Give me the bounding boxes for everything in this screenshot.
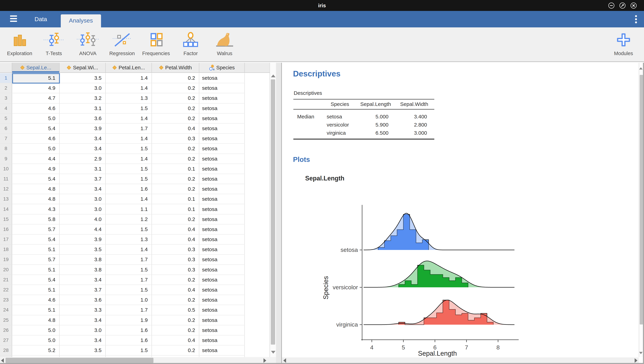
data-cell[interactable]: 5.0 [12,114,60,123]
table-row[interactable]: 285.23.51.50.2setosa [0,346,245,356]
data-cell[interactable]: 0.2 [152,315,199,325]
scroll-right-arrow[interactable] [635,358,637,363]
data-cell[interactable]: 3.4 [60,315,106,325]
data-cell[interactable]: 5.0 [12,325,60,335]
table-row[interactable]: 225.13.71.50.4setosa [0,285,245,295]
data-cell[interactable]: 4.8 [12,315,60,325]
sheet-vscroll-thumb[interactable] [271,80,275,344]
data-cell[interactable]: setosa [199,305,245,315]
row-number[interactable]: 2 [0,83,12,93]
row-number[interactable]: 22 [0,285,12,295]
data-cell[interactable]: 5.2 [12,346,60,355]
row-number[interactable]: 1 [0,73,12,83]
data-cell[interactable]: 3.0 [60,83,106,93]
table-row[interactable]: 275.03.41.60.4setosa [0,336,245,346]
table-row[interactable]: 124.83.41.60.2setosa [0,184,245,194]
data-cell[interactable]: 3.0 [60,204,106,214]
row-number[interactable]: 5 [0,114,12,123]
data-cell[interactable]: 0.2 [152,184,199,194]
data-cell[interactable]: setosa [199,244,245,254]
scroll-down-arrow[interactable] [639,352,642,354]
row-number[interactable]: 8 [0,144,12,154]
data-cell[interactable]: 0.2 [152,275,199,284]
column-header-species[interactable]: a Species [199,63,245,72]
table-row[interactable]: 254.83.41.90.2setosa [0,315,245,325]
data-cell[interactable]: 1.7 [106,255,152,264]
data-cell[interactable]: setosa [199,114,245,123]
row-number[interactable]: 28 [0,346,12,355]
data-cell[interactable]: 0.1 [152,164,199,174]
data-cell[interactable]: setosa [199,275,245,284]
data-cell[interactable]: 5.4 [12,234,60,244]
data-cell[interactable]: setosa [199,144,245,154]
row-number[interactable]: 15 [0,214,12,224]
data-cell[interactable]: 0.5 [152,305,199,315]
data-cell[interactable]: 1.0 [106,295,152,305]
ribbon-frequencies[interactable]: Frequencies [139,31,173,56]
spreadsheet-rows[interactable]: 15.13.51.40.2setosa24.93.01.40.2setosa34… [0,73,270,357]
data-cell[interactable]: setosa [199,154,245,164]
row-number[interactable]: 25 [0,315,12,325]
data-cell[interactable]: 0.2 [152,214,199,224]
column-header-petal-length[interactable]: Petal.Len... [106,63,152,72]
data-cell[interactable]: 0.2 [152,73,199,83]
data-cell[interactable]: 3.3 [60,305,106,315]
data-cell[interactable]: 3.2 [60,93,106,103]
row-number[interactable]: 14 [0,204,12,214]
data-cell[interactable]: 3.8 [60,265,106,274]
sheet-vertical-scrollbar[interactable] [270,63,276,357]
data-cell[interactable]: 1.3 [106,93,152,103]
data-cell[interactable]: setosa [199,325,245,335]
data-cell[interactable]: setosa [199,234,245,244]
table-row[interactable]: 175.43.91.30.4setosa [0,234,245,244]
data-cell[interactable]: 3.5 [60,346,106,355]
table-row[interactable]: 265.03.01.60.2setosa [0,325,245,336]
scroll-left-arrow[interactable] [1,358,4,363]
data-cell[interactable]: 4.8 [12,184,60,194]
row-number[interactable]: 11 [0,174,12,184]
data-cell[interactable]: 1.3 [106,234,152,244]
data-cell[interactable]: setosa [199,224,245,234]
data-cell[interactable]: 4.9 [12,83,60,93]
tab-analyses[interactable]: Analyses [61,14,101,28]
data-cell[interactable]: 3.6 [60,295,106,305]
ribbon-anova[interactable]: ANOVA [71,31,105,56]
data-cell[interactable]: 4.6 [12,295,60,305]
table-row[interactable]: 234.63.61.00.2setosa [0,295,245,305]
data-cell[interactable]: 0.1 [152,194,199,204]
row-number[interactable]: 13 [0,194,12,204]
data-cell[interactable]: setosa [199,184,245,194]
data-cell[interactable]: 3.4 [60,184,106,194]
results-horizontal-scrollbar[interactable] [282,358,639,364]
ribbon-walrus[interactable]: Walrus [207,31,242,56]
data-cell[interactable]: setosa [199,73,245,83]
column-header-sepal-length[interactable]: Sepal.Le... [12,63,60,72]
data-cell[interactable]: 0.4 [152,124,199,133]
column-header-petal-width[interactable]: Petal.Width [152,63,199,72]
data-cell[interactable]: 4.6 [12,104,60,113]
selected-cell-cursor[interactable] [12,73,60,84]
data-cell[interactable]: 1.5 [106,104,152,113]
data-cell[interactable]: 5.1 [12,244,60,254]
data-cell[interactable]: setosa [199,315,245,325]
data-cell[interactable]: 4.3 [12,204,60,214]
tab-data[interactable]: Data [21,11,61,28]
data-cell[interactable]: 0.2 [152,114,199,123]
data-cell[interactable]: setosa [199,265,245,274]
data-cell[interactable]: 3.7 [60,285,106,295]
data-cell[interactable]: 4.4 [60,224,106,234]
table-row[interactable]: 44.63.11.50.2setosa [0,104,245,114]
data-cell[interactable]: 3.7 [60,174,106,184]
row-number[interactable]: 19 [0,255,12,264]
data-cell[interactable]: 0.2 [152,325,199,335]
row-number[interactable]: 4 [0,104,12,113]
data-cell[interactable]: 5.1 [12,305,60,315]
data-cell[interactable]: 3.9 [60,234,106,244]
data-cell[interactable]: 3.0 [60,325,106,335]
data-cell[interactable]: 1.5 [106,285,152,295]
data-cell[interactable]: 4.0 [60,214,106,224]
data-cell[interactable]: 3.4 [60,144,106,154]
table-row[interactable]: 65.43.91.70.4setosa [0,124,245,134]
data-cell[interactable]: 0.2 [152,104,199,113]
data-cell[interactable]: 0.3 [152,255,199,264]
